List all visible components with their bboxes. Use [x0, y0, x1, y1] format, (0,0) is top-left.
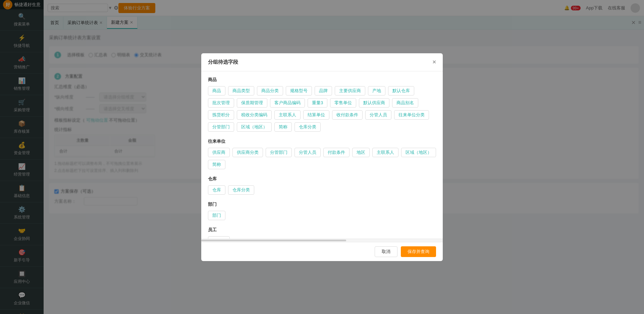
section-title-1: 往来单位	[208, 138, 436, 144]
section-title-3: 部门	[208, 201, 436, 207]
field-tag-1-0[interactable]: 供应商	[208, 148, 230, 157]
field-tag-0-0[interactable]: 商品	[208, 86, 225, 96]
field-tag-0-7[interactable]: 默认仓库	[388, 86, 414, 96]
field-tag-1-1[interactable]: 供应商分类	[232, 148, 263, 157]
field-tag-1-6[interactable]: 主联系人	[372, 148, 398, 157]
field-section-0: 商品商品商品类型商品分类规格型号品牌主要供应商产地默认仓库批次管理保质期管理客户…	[208, 77, 436, 132]
save-query-button[interactable]: 保存并查询	[401, 246, 436, 257]
field-tag-0-8[interactable]: 批次管理	[208, 98, 234, 108]
field-tags-1: 供应商供应商分类分管部门分管人员付款条件地区主联系人区域（地区）简称	[208, 148, 436, 169]
field-tag-0-13[interactable]: 默认供应商	[359, 98, 389, 108]
field-tag-0-20[interactable]: 分管人员	[365, 110, 391, 120]
field-tag-0-12[interactable]: 零售单位	[330, 98, 356, 108]
cancel-button[interactable]: 取消	[375, 246, 397, 257]
field-tag-0-6[interactable]: 产地	[368, 86, 385, 96]
field-tag-0-19[interactable]: 收付款条件	[332, 110, 363, 120]
field-tag-0-24[interactable]: 简称	[274, 122, 292, 132]
field-tag-0-22[interactable]: 分管部门	[208, 122, 234, 132]
modal-overlay: 分组待选字段 × 商品商品商品类型商品分类规格型号品牌主要供应商产地默认仓库批次…	[0, 0, 644, 314]
field-tag-0-3[interactable]: 规格型号	[286, 86, 312, 96]
modal-body[interactable]: 商品商品商品类型商品分类规格型号品牌主要供应商产地默认仓库批次管理保质期管理客户…	[201, 71, 443, 239]
modal-title: 分组待选字段	[208, 59, 238, 65]
field-tag-0-25[interactable]: 仓库分类	[294, 122, 321, 132]
field-tag-0-16[interactable]: 税收分类编码	[237, 110, 272, 120]
modal-hscrollbar[interactable]	[201, 239, 443, 242]
field-tag-0-5[interactable]: 主要供应商	[335, 86, 365, 96]
field-tags-0: 商品商品类型商品分类规格型号品牌主要供应商产地默认仓库批次管理保质期管理客户商品…	[208, 86, 436, 132]
field-tag-2-0[interactable]: 仓库	[208, 185, 225, 195]
field-tag-2-1[interactable]: 仓库分类	[228, 185, 254, 195]
section-title-2: 仓库	[208, 176, 436, 182]
section-title-4: 员工	[208, 227, 436, 233]
field-tag-0-17[interactable]: 主联系人	[274, 110, 301, 120]
field-tag-1-2[interactable]: 分管部门	[266, 148, 292, 157]
field-tag-4-0[interactable]: 业务员	[208, 236, 230, 239]
field-section-3: 部门部门	[208, 201, 436, 220]
modal-close-btn[interactable]: ×	[432, 59, 436, 66]
field-tag-0-4[interactable]: 品牌	[315, 86, 332, 96]
field-tag-0-21[interactable]: 往来单位分类	[394, 110, 429, 120]
field-tag-1-4[interactable]: 付款条件	[323, 148, 350, 157]
field-tag-0-10[interactable]: 客户商品编码	[270, 98, 305, 108]
field-tag-0-18[interactable]: 结算单位	[303, 110, 329, 120]
field-tag-1-3[interactable]: 分管人员	[294, 148, 321, 157]
field-section-4: 员工业务员	[208, 227, 436, 239]
modal-header: 分组待选字段 ×	[201, 53, 443, 71]
field-tag-0-1[interactable]: 商品类型	[228, 86, 254, 96]
field-tag-3-0[interactable]: 部门	[208, 211, 225, 220]
field-tags-2: 仓库仓库分类	[208, 185, 436, 195]
field-tag-1-8[interactable]: 简称	[208, 160, 225, 169]
field-section-1: 往来单位供应商供应商分类分管部门分管人员付款条件地区主联系人区域（地区）简称	[208, 138, 436, 169]
field-tag-1-7[interactable]: 区域（地区）	[401, 148, 436, 157]
modal-footer: 取消 保存并查询	[201, 242, 443, 261]
field-tag-0-14[interactable]: 商品别名	[392, 98, 418, 108]
field-tag-0-9[interactable]: 保质期管理	[237, 98, 267, 108]
field-section-2: 仓库仓库仓库分类	[208, 176, 436, 195]
field-tag-0-23[interactable]: 区域（地区）	[237, 122, 272, 132]
field-tags-3: 部门	[208, 211, 436, 220]
field-tags-4: 业务员	[208, 236, 436, 239]
field-tag-0-11[interactable]: 重量3	[308, 98, 327, 108]
field-tag-0-2[interactable]: 商品分类	[257, 86, 283, 96]
field-select-modal: 分组待选字段 × 商品商品商品类型商品分类规格型号品牌主要供应商产地默认仓库批次…	[201, 53, 443, 261]
modal-hscroll-thumb	[201, 240, 346, 241]
section-title-0: 商品	[208, 77, 436, 83]
field-tag-0-15[interactable]: 拣货积分	[208, 110, 234, 120]
field-tag-1-5[interactable]: 地区	[352, 148, 370, 157]
